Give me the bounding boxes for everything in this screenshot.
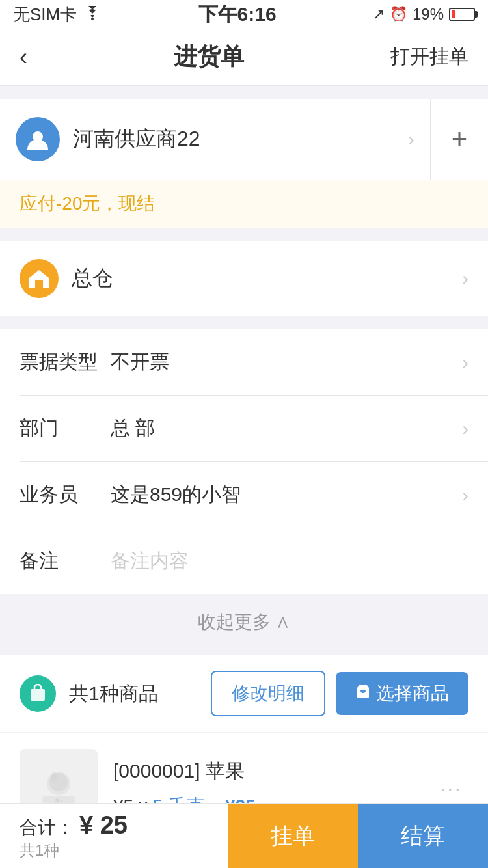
hold-order-button[interactable]: 挂单 bbox=[228, 804, 358, 868]
edit-detail-button[interactable]: 修改明细 bbox=[211, 671, 325, 716]
form-section: 票据类型 不开票 › 部门 总 部 › 业务员 这是859的小智 bbox=[0, 329, 488, 594]
svg-point-0 bbox=[91, 18, 94, 20]
warehouse-icon bbox=[20, 259, 59, 298]
checkout-button[interactable]: 结算 bbox=[358, 804, 488, 868]
ticket-type-value: 不开票 bbox=[111, 349, 455, 375]
total-value: ¥ 25 bbox=[79, 811, 128, 839]
status-time: 下午6:16 bbox=[198, 1, 277, 28]
ticket-type-label: 票据类型 bbox=[20, 349, 111, 375]
more-options-button[interactable]: ··· bbox=[433, 769, 468, 807]
chevron-right-icon: › bbox=[462, 351, 468, 373]
products-count: 共1种商品 bbox=[69, 681, 211, 707]
chevron-right-icon: › bbox=[408, 128, 414, 150]
wifi-icon bbox=[83, 5, 102, 25]
product-name: [0000001] 苹果 bbox=[113, 758, 433, 785]
cart-icon bbox=[355, 683, 371, 704]
ticket-type-row[interactable]: 票据类型 不开票 › bbox=[0, 329, 488, 395]
svg-rect-3 bbox=[31, 689, 45, 701]
status-bar: 无SIM卡 下午6:16 ↗ ⏰ 19% bbox=[0, 0, 488, 29]
department-row[interactable]: 部门 总 部 › bbox=[0, 396, 488, 461]
remark-label: 备注 bbox=[20, 548, 111, 575]
svg-rect-2 bbox=[35, 280, 43, 288]
department-value: 总 部 bbox=[111, 415, 455, 442]
collapse-bar[interactable]: 收起更多 ∧ bbox=[0, 594, 488, 650]
supplier-name: 河南供应商22 bbox=[73, 125, 401, 154]
warehouse-name: 总仓 bbox=[72, 264, 455, 293]
collapse-label: 收起更多 ∧ bbox=[198, 610, 291, 634]
warehouse-row[interactable]: 总仓 › bbox=[0, 241, 488, 316]
notice-text: 应付-20元，现结 bbox=[20, 193, 155, 213]
nav-bar: ‹ 进货单 打开挂单 bbox=[0, 29, 488, 86]
remark-row[interactable]: 备注 备注内容 bbox=[0, 528, 488, 594]
chevron-right-icon: › bbox=[462, 418, 468, 440]
chevron-right-icon: › bbox=[462, 267, 468, 290]
total-count: 共1种 bbox=[20, 840, 208, 861]
products-icon bbox=[20, 675, 56, 712]
total-label: 合计： bbox=[20, 815, 74, 840]
salesperson-value: 这是859的小智 bbox=[111, 481, 455, 508]
supplier-avatar bbox=[16, 117, 60, 161]
notice-banner: 应付-20元，现结 bbox=[0, 180, 488, 228]
open-pending-button[interactable]: 打开挂单 bbox=[390, 44, 468, 70]
battery-percent: 19% bbox=[413, 5, 444, 23]
status-carrier: 无SIM卡 bbox=[13, 3, 102, 26]
alarm-icon: ⏰ bbox=[390, 6, 407, 23]
bottom-bar: 合计： ¥ 25 共1种 挂单 结算 bbox=[0, 803, 488, 868]
select-product-button[interactable]: 选择商品 bbox=[336, 672, 468, 715]
page-title: 进货单 bbox=[174, 41, 244, 73]
chevron-right-icon: › bbox=[462, 484, 468, 506]
battery-icon bbox=[449, 8, 475, 21]
back-button[interactable]: ‹ bbox=[20, 44, 27, 71]
remark-input[interactable]: 备注内容 bbox=[111, 548, 468, 575]
salesperson-label: 业务员 bbox=[20, 481, 111, 508]
total-section: 合计： ¥ 25 共1种 bbox=[0, 804, 228, 868]
svg-point-6 bbox=[51, 772, 57, 781]
supplier-section: 河南供应商22 › + bbox=[0, 99, 488, 180]
salesperson-row[interactable]: 业务员 这是859的小智 › bbox=[0, 462, 488, 528]
add-supplier-button[interactable]: + bbox=[431, 99, 488, 180]
products-header: 共1种商品 修改明细 选择商品 bbox=[0, 655, 488, 732]
supplier-select-row[interactable]: 河南供应商22 › bbox=[0, 99, 431, 180]
location-icon: ↗ bbox=[373, 6, 385, 23]
status-indicators: ↗ ⏰ 19% bbox=[373, 5, 475, 23]
department-label: 部门 bbox=[20, 415, 111, 442]
